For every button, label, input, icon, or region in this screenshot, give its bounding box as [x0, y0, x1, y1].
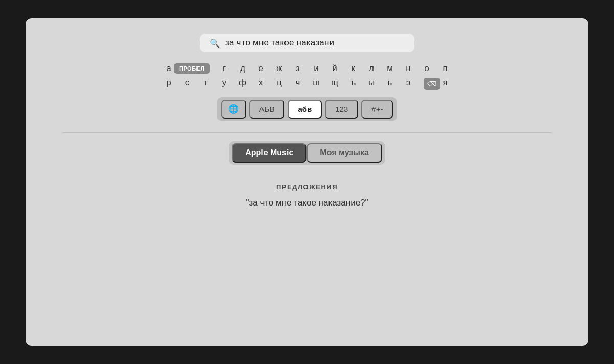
key-х[interactable]: х [256, 78, 266, 88]
key-д[interactable]: д [238, 63, 247, 74]
key-ъ[interactable]: ъ [348, 78, 358, 88]
key-л[interactable]: л [367, 63, 376, 74]
mode-numbers-button[interactable]: 123 [325, 100, 358, 119]
key-щ[interactable]: щ [330, 78, 339, 88]
tv-screen: 🔍 за что мне такое наказани ПРОБЕЛ ⌫ а б… [26, 18, 588, 346]
tab-apple-music[interactable]: Apple Music [232, 143, 306, 163]
key-г[interactable]: г [220, 63, 229, 74]
tabs-row: Apple Music Моя музыка [229, 141, 385, 165]
mode-lower-button[interactable]: абв [288, 100, 322, 119]
backspace-key[interactable]: ⌫ [424, 78, 440, 90]
mode-globe-button[interactable]: 🌐 [221, 100, 246, 119]
key-ь[interactable]: ь [385, 78, 394, 88]
key-м[interactable]: м [385, 63, 394, 74]
key-т[interactable]: т [201, 78, 210, 88]
search-query: за что мне такое наказани [225, 38, 334, 48]
mode-caps-button[interactable]: АБВ [249, 100, 285, 119]
key-з[interactable]: з [293, 63, 302, 74]
key-ш[interactable]: ш [312, 78, 321, 88]
search-bar[interactable]: 🔍 за что мне такое наказани [200, 34, 414, 52]
keyboard-row-2: р с т у ф х ц ч ш щ ъ ы ь э ю я [164, 78, 450, 88]
keyboard-area: ПРОБЕЛ ⌫ а б в г д е ж з и й к л м н о п… [36, 63, 578, 121]
key-я[interactable]: я [441, 78, 450, 88]
divider [63, 132, 551, 133]
key-р[interactable]: р [164, 78, 173, 88]
mode-symbols-button[interactable]: #+- [361, 100, 393, 119]
key-с[interactable]: с [183, 78, 192, 88]
key-э[interactable]: э [404, 78, 413, 88]
key-о[interactable]: о [422, 63, 431, 74]
key-ф[interactable]: ф [238, 78, 247, 88]
tab-my-music[interactable]: Моя музыка [306, 143, 382, 163]
keyboard-modes: 🌐 АБВ абв 123 #+- [217, 97, 398, 121]
key-н[interactable]: н [404, 63, 413, 74]
key-п[interactable]: п [441, 63, 450, 74]
key-а[interactable]: а [164, 63, 173, 74]
key-ж[interactable]: ж [275, 63, 284, 74]
suggestions-section: ПРЕДЛОЖЕНИЯ "за что мне такое наказание?… [246, 183, 368, 208]
key-е[interactable]: е [256, 63, 266, 74]
key-ц[interactable]: ц [275, 78, 284, 88]
space-key[interactable]: ПРОБЕЛ [174, 63, 210, 74]
key-и[interactable]: и [312, 63, 321, 74]
key-ы[interactable]: ы [367, 78, 376, 88]
suggestions-title: ПРЕДЛОЖЕНИЯ [246, 183, 368, 191]
key-у[interactable]: у [220, 78, 229, 88]
search-icon: 🔍 [210, 38, 220, 48]
key-ч[interactable]: ч [293, 78, 302, 88]
key-к[interactable]: к [348, 63, 358, 74]
suggestion-item[interactable]: "за что мне такое наказание?" [246, 198, 368, 208]
key-й[interactable]: й [330, 63, 339, 74]
